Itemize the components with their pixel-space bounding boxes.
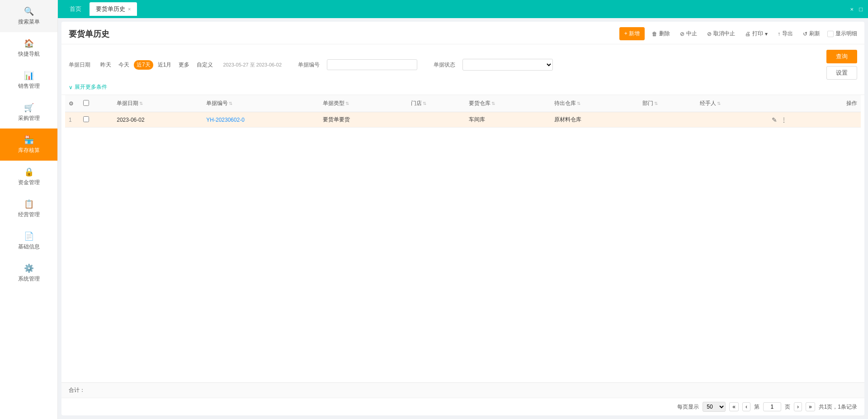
sidebar: 🔍 搜索菜单 🏠 快捷导航 📊 销售管理 🛒 采购管理 🏪 库存核算 🔒 资金管… [0, 0, 58, 419]
filter-row-1: 单据日期 昨天 今天 近7天 近1月 更多 自定义 2023-05-27 至 2… [69, 50, 857, 80]
cancel-stop-icon: ⊘ [707, 31, 712, 37]
sidebar-item-system[interactable]: ⚙️ 系统管理 [0, 257, 57, 289]
refresh-button[interactable]: ↺ 刷新 [800, 28, 823, 39]
cart-icon: 🛒 [24, 103, 34, 113]
th-doc-date[interactable]: 单据日期⇅ [113, 95, 203, 112]
topbar-close-icon[interactable]: × [850, 6, 854, 13]
th-store[interactable]: 门店⇅ [407, 95, 465, 112]
page-number-input[interactable] [763, 402, 781, 411]
delete-label: 删除 [659, 30, 670, 38]
sidebar-item-search-menu[interactable]: 🔍 搜索菜单 [0, 0, 57, 32]
show-detail-checkbox[interactable] [827, 31, 834, 37]
table-footer: 合计： [61, 382, 864, 398]
settings-button[interactable]: 设置 [826, 66, 857, 80]
status-select[interactable] [462, 59, 553, 71]
doc-number-input[interactable] [327, 59, 417, 70]
cell-doc-date: 2023-06-02 [113, 112, 203, 128]
summary-label: 合计： [69, 386, 85, 394]
doc-number-link[interactable]: YH-20230602-0 [206, 117, 245, 123]
sidebar-item-operations[interactable]: 📋 经营管理 [0, 193, 57, 225]
cell-checkbox[interactable] [80, 112, 113, 128]
print-icon: 🖨 [745, 31, 750, 37]
row-checkbox[interactable] [83, 116, 89, 122]
sidebar-item-label: 基础信息 [18, 243, 40, 251]
sidebar-item-quick-nav[interactable]: 🏠 快捷导航 [0, 32, 57, 64]
date-range-display: 2023-05-27 至 2023-06-02 [223, 62, 282, 68]
cell-actions: ✎ ⋮ [768, 112, 861, 128]
next-page-button[interactable]: › [794, 402, 802, 411]
th-department[interactable]: 部门⇅ [639, 95, 697, 112]
sidebar-item-label: 资金管理 [18, 179, 40, 186]
date-filter-label: 单据日期 [69, 61, 90, 69]
topbar: 首页 要货单历史 × × □ [58, 0, 868, 18]
chart-icon: 📊 [24, 71, 34, 81]
sidebar-item-sales[interactable]: 📊 销售管理 [0, 64, 57, 96]
main-area: 首页 要货单历史 × × □ 要货单历史 + 新增 🗑 删除 ⊘ [58, 0, 868, 419]
sidebar-item-finance[interactable]: 🔒 资金管理 [0, 161, 57, 193]
th-settings[interactable]: ⚙ [65, 95, 80, 112]
date-btn-custom[interactable]: 自定义 [194, 60, 216, 70]
topbar-maximize-icon[interactable]: □ [859, 6, 863, 13]
stop-icon: ⊘ [680, 31, 684, 37]
select-all-checkbox[interactable] [83, 100, 89, 106]
sort-doc-date-icon: ⇅ [139, 101, 143, 106]
date-btn-yesterday[interactable]: 昨天 [98, 60, 114, 70]
show-detail-toggle[interactable]: 显示明细 [827, 30, 857, 38]
sidebar-item-basic-info[interactable]: 📄 基础信息 [0, 225, 57, 257]
last-page-button[interactable]: » [806, 402, 815, 411]
table-header: ⚙ 单据日期⇅ 单据编号⇅ 单据类型⇅ 门店⇅ [65, 95, 861, 112]
date-btn-more[interactable]: 更多 [176, 60, 192, 70]
th-checkbox[interactable] [80, 95, 113, 112]
lock-icon: 🔒 [24, 167, 34, 177]
date-btn-7days[interactable]: 近7天 [134, 60, 153, 70]
tab-active[interactable]: 要货单历史 × [90, 2, 137, 16]
date-btn-1month[interactable]: 近1月 [155, 60, 175, 70]
export-button[interactable]: ↑ 导出 [775, 28, 796, 39]
search-icon: 🔍 [24, 6, 34, 16]
sidebar-item-inventory[interactable]: 🏪 库存核算 [0, 129, 57, 161]
th-doc-number[interactable]: 单据编号⇅ [203, 95, 319, 112]
th-doc-type[interactable]: 单据类型⇅ [319, 95, 407, 112]
sidebar-item-label: 系统管理 [18, 275, 40, 283]
sidebar-item-label: 搜索菜单 [18, 18, 40, 26]
expand-label: 展开更多条件 [75, 83, 107, 91]
delete-button[interactable]: 🗑 删除 [649, 28, 673, 39]
clipboard-icon: 📋 [24, 199, 34, 209]
page-size-select[interactable]: 50 100 [703, 402, 726, 412]
th-pending-warehouse[interactable]: 待出仓库⇅ [551, 95, 639, 112]
export-icon: ↑ [778, 31, 780, 37]
cell-req-warehouse: 车间库 [465, 112, 551, 128]
stop-button[interactable]: ⊘ 中止 [677, 28, 700, 39]
document-icon: 📄 [24, 231, 34, 241]
prev-page-button[interactable]: ‹ [742, 402, 750, 411]
first-page-button[interactable]: « [729, 402, 739, 411]
new-button[interactable]: + 新增 [619, 27, 645, 40]
home-icon: 🏠 [24, 38, 34, 48]
sidebar-item-purchase[interactable]: 🛒 采购管理 [0, 96, 57, 129]
sidebar-item-label: 库存核算 [18, 147, 40, 154]
cell-doc-number[interactable]: YH-20230602-0 [203, 112, 319, 128]
cancel-stop-button[interactable]: ⊘ 取消中止 [704, 28, 738, 39]
date-btn-today[interactable]: 今天 [116, 60, 132, 70]
new-button-label: + 新增 [624, 30, 640, 38]
table-area: ⚙ 单据日期⇅ 单据编号⇅ 单据类型⇅ 门店⇅ [61, 95, 864, 382]
gear-icon: ⚙️ [24, 263, 34, 273]
page-label: 第 [754, 403, 760, 411]
doc-number-label: 单据编号 [298, 61, 320, 69]
th-handler[interactable]: 经手人⇅ [696, 95, 768, 112]
sort-store-icon: ⇅ [423, 101, 426, 106]
th-req-warehouse[interactable]: 要货仓库⇅ [465, 95, 551, 112]
tab-home[interactable]: 首页 [63, 2, 88, 16]
toolbar: + 新增 🗑 删除 ⊘ 中止 ⊘ 取消中止 🖨 打印 ▾ [619, 27, 857, 40]
filter-area: 单据日期 昨天 今天 近7天 近1月 更多 自定义 2023-05-27 至 2… [61, 44, 864, 95]
total-info: 共1页，1条记录 [819, 403, 857, 411]
edit-action-icon[interactable]: ✎ [772, 116, 777, 124]
query-button[interactable]: 查询 [826, 50, 857, 63]
refresh-label: 刷新 [809, 30, 820, 38]
page-size-label: 每页显示 [677, 403, 699, 411]
expand-button[interactable]: ∨ 展开更多条件 [69, 83, 857, 91]
tab-close-icon[interactable]: × [128, 6, 131, 12]
tab-home-label: 首页 [70, 5, 81, 13]
print-button[interactable]: 🖨 打印 ▾ [742, 28, 770, 39]
more-action-icon[interactable]: ⋮ [781, 116, 787, 124]
